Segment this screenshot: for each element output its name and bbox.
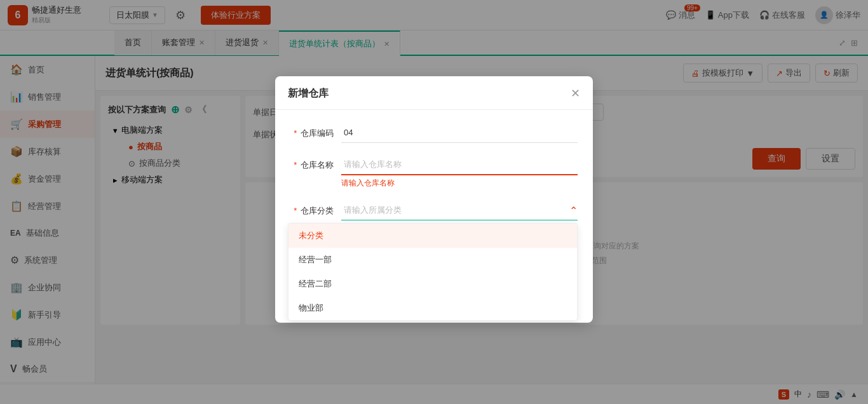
required-mark: *	[294, 128, 297, 138]
warehouse-name-error: 请输入仓库名称	[341, 178, 578, 189]
dropdown-item-property[interactable]: 物业部	[288, 296, 577, 320]
dialog-close-button[interactable]: ✕	[571, 86, 580, 100]
required-mark-3: *	[294, 206, 297, 215]
modal-overlay: 新增仓库 ✕ * 仓库编码 * 仓库名称	[0, 0, 868, 404]
warehouse-type-label: * 仓库分类	[290, 200, 341, 217]
warehouse-code-wrap	[341, 123, 578, 143]
dropdown-item-ops2[interactable]: 经营二部	[288, 272, 577, 296]
warehouse-code-input[interactable]	[341, 123, 578, 143]
warehouse-name-label: * 仓库名称	[290, 154, 341, 171]
form-row-type: * 仓库分类 ⌃ 未分类 经营一部 经营二部 物业部	[290, 200, 578, 220]
dropdown-item-ops1[interactable]: 经营一部	[288, 248, 577, 272]
dialog-add-warehouse: 新增仓库 ✕ * 仓库编码 * 仓库名称	[275, 76, 593, 323]
warehouse-code-label: * 仓库编码	[290, 123, 341, 139]
warehouse-name-wrap: 请输入仓库名称	[341, 154, 578, 189]
warehouse-type-dropdown: 未分类 经营一部 经营二部 物业部	[288, 223, 578, 321]
dialog-header: 新增仓库 ✕	[275, 76, 593, 110]
required-mark-2: *	[294, 160, 297, 170]
dialog-body: * 仓库编码 * 仓库名称 请输入仓库名称	[275, 110, 593, 281]
form-row-name: * 仓库名称 请输入仓库名称	[290, 154, 578, 189]
dialog-title: 新增仓库	[288, 87, 329, 100]
dropdown-item-uncategorized[interactable]: 未分类	[288, 224, 577, 248]
warehouse-type-wrap: ⌃ 未分类 经营一部 经营二部 物业部	[341, 200, 578, 220]
dropdown-toggle-icon[interactable]: ⌃	[569, 205, 578, 217]
warehouse-name-input[interactable]	[341, 154, 578, 175]
warehouse-type-input[interactable]	[341, 200, 578, 220]
form-row-code: * 仓库编码	[290, 123, 578, 143]
